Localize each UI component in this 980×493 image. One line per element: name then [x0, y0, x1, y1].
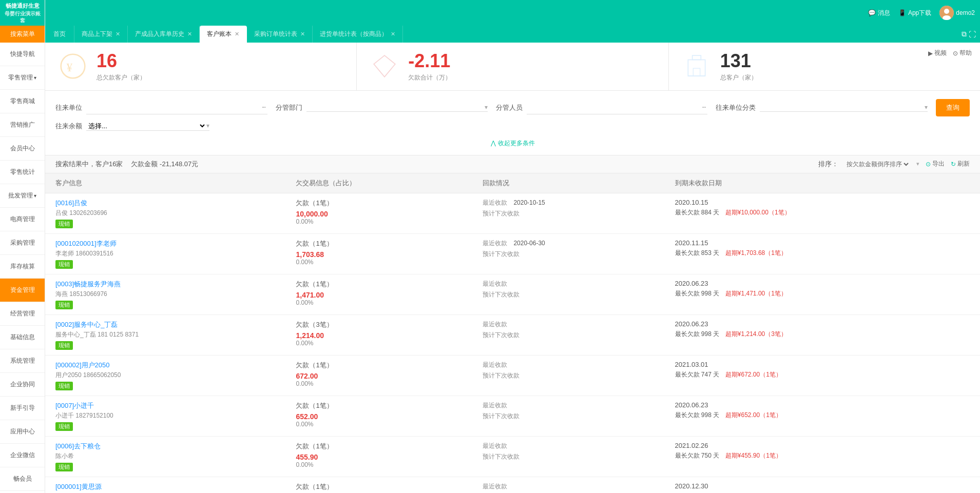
stat-debt-amount-label: 欠款合计（万）: [408, 73, 451, 82]
tab-product-offline[interactable]: 商品上下架 ✕: [74, 26, 128, 43]
overdue-link[interactable]: 超期¥1,214.00（3笔）: [725, 330, 787, 338]
filter-branch-person-dots[interactable]: ···: [702, 103, 705, 112]
sort-select[interactable]: 按欠款金额倒序排序: [844, 160, 910, 168]
sidebar-item-inventory[interactable]: 库存核算: [0, 255, 45, 279]
return-info-cell: 最近收款 预计下次收款: [472, 274, 664, 314]
return-latest-label: 最近收款: [483, 482, 507, 491]
stat-total-customers-info: 131 总客户（家）: [720, 51, 757, 82]
user-menu[interactable]: demo2: [939, 6, 975, 20]
debt-total-text: 欠款金额 -21,148.07元: [131, 160, 198, 169]
app-download-button[interactable]: 📱 App下载: [898, 9, 931, 17]
customer-name-link[interactable]: [0003]畅捷服务尹海燕: [55, 280, 121, 288]
yuan-icon: ¥: [57, 51, 88, 82]
filter-balance: 往来余额 选择... ▾: [55, 122, 209, 131]
debt-info-cell: 欠款（1笔） 10,000.00 0.00%: [285, 193, 472, 233]
tab-stock-statistics[interactable]: 进货单统计表（按商品） ✕: [313, 26, 403, 43]
query-button[interactable]: 查询: [936, 99, 970, 116]
tab-customer-account[interactable]: 客户账本 ✕: [200, 26, 247, 43]
tab-production-history[interactable]: 产成品入库单历史 ✕: [128, 26, 200, 43]
overdue-link[interactable]: 超期¥10,000.00（1笔）: [725, 209, 791, 216]
debt-info-cell: 欠款（1笔） 1,703.68 0.00%: [285, 233, 472, 274]
help-icon: ⊙: [953, 50, 958, 57]
overdue-link[interactable]: 超期¥455.90（1笔）: [725, 452, 782, 459]
due-date: 2020.06.23: [675, 401, 970, 409]
sidebar-item-ecommerce[interactable]: 电商管理: [0, 208, 45, 231]
tab-close-product-offline[interactable]: ✕: [116, 31, 120, 37]
filter-source-unit-dots[interactable]: ···: [261, 103, 265, 112]
tab-close-customer-account[interactable]: ✕: [235, 31, 239, 37]
stat-debt-amount-info: -2.11 欠款合计（万）: [408, 51, 451, 82]
table-body: [0016]吕俊 吕俊 13026203696 现销 欠款（1笔） 10,000…: [45, 193, 980, 493]
sidebar-item-basic-info[interactable]: 基础信息: [0, 326, 45, 349]
message-icon: 💬: [868, 9, 876, 16]
filter-source-unit-type-input[interactable]: [760, 104, 925, 111]
table-row: [0003]畅捷服务尹海燕 海燕 18513066976 现销 欠款（1笔） 1…: [45, 274, 980, 314]
customer-name-link[interactable]: [0006]去下粮仓: [55, 442, 101, 450]
tab-close-production-history[interactable]: ✕: [187, 31, 192, 37]
tab-close-stock-statistics[interactable]: ✕: [391, 31, 395, 37]
customer-name-link[interactable]: [000002]用户2050: [55, 361, 110, 369]
overdue-link[interactable]: 超期¥672.00（1笔）: [725, 371, 782, 378]
search-menu-item[interactable]: 搜索菜单: [0, 26, 45, 43]
sidebar-item-retail-stats[interactable]: 零售统计: [0, 161, 45, 184]
sidebar-item-enterprise-coop[interactable]: 企业协同: [0, 373, 45, 397]
tab-purchase-order[interactable]: 采购订单统计表 ✕: [247, 26, 313, 43]
sidebar-item-purchase-mgmt[interactable]: 采购管理: [0, 231, 45, 255]
customer-name-link[interactable]: [0016]吕俊: [55, 199, 87, 207]
filter-branch-person: 分管人员 ···: [496, 101, 708, 114]
collapse-filter-button[interactable]: ⋀ 收起更多条件: [55, 136, 970, 151]
table-row: [0007]小迸千 小迸千 18279152100 现销 欠款（1笔） 652.…: [45, 396, 980, 436]
sidebar-item-retail-mall[interactable]: 零售商城: [0, 90, 45, 113]
sidebar-item-batch-mgmt[interactable]: 批发管理▾: [0, 184, 45, 208]
customer-name-link[interactable]: [0002]服务中心_丁磊: [55, 321, 118, 328]
sidebar-item-vip[interactable]: 畅会员: [0, 467, 45, 491]
sidebar-item-capital[interactable]: 资金管理: [0, 279, 45, 302]
customer-badge: 现销: [55, 260, 73, 269]
filter-branch-dept-input[interactable]: [306, 104, 485, 111]
table-row: [0002]服务中心_丁磊 服务中心_丁磊 181 0125 8371 现销 欠…: [45, 314, 980, 355]
sidebar-item-new-guide[interactable]: 新手引导: [0, 397, 45, 420]
return-latest-date: 2020-10-15: [513, 199, 545, 206]
due-date: 2020.10.15: [675, 199, 970, 206]
filter-branch-person-input[interactable]: [529, 104, 702, 111]
export-button[interactable]: ⊙ 导出: [926, 160, 945, 168]
sidebar-item-system[interactable]: 系统管理: [0, 349, 45, 373]
sidebar-item-member[interactable]: 会员中心: [0, 137, 45, 161]
stat-debt-customers: ¥ 16 总欠款客户（家）: [45, 43, 357, 90]
overdue-link[interactable]: 超期¥652.00（1笔）: [725, 411, 782, 419]
sidebar-item-quick-nav[interactable]: 快捷导航: [0, 43, 45, 66]
view-video-button[interactable]: ▶ 视频: [928, 49, 947, 57]
customer-badge: 现销: [55, 422, 73, 431]
overdue-link[interactable]: 超期¥1,703.68（1笔）: [725, 249, 787, 257]
refresh-button[interactable]: ↻ 刷新: [951, 160, 970, 168]
sidebar-item-operations[interactable]: 经营管理: [0, 302, 45, 326]
customer-info-cell: [0006]去下粮仓 陈小希 现销: [45, 436, 285, 477]
tab-close-purchase-order[interactable]: ✕: [300, 31, 305, 37]
return-next-label: 预计下次收款: [483, 412, 520, 420]
customer-name-link[interactable]: [0001020001]李老师: [55, 240, 117, 247]
svg-point-1: [944, 9, 949, 14]
customer-badge: 现销: [55, 301, 73, 309]
tab-home[interactable]: 首页: [45, 26, 74, 43]
debt-pct: 0.00%: [296, 421, 462, 428]
sidebar-item-enterprise-wechat[interactable]: 企业微信: [0, 444, 45, 467]
sidebar-item-marketing[interactable]: 营销推广: [0, 113, 45, 137]
return-next-label: 预计下次收款: [483, 331, 520, 339]
filter-balance-select[interactable]: 选择...: [86, 122, 206, 130]
tab-restore-icon[interactable]: ⧉: [962, 30, 967, 38]
customer-name-link[interactable]: [000001]黄思源: [55, 483, 102, 490]
help-button[interactable]: ⊙ 帮助: [953, 49, 972, 57]
filter-source-unit-input[interactable]: [88, 104, 261, 111]
overdue-link[interactable]: 超期¥1,471.00（1笔）: [725, 290, 787, 297]
customer-name-link[interactable]: [0007]小迸千: [55, 402, 94, 409]
sidebar-item-app-center[interactable]: 应用中心: [0, 420, 45, 444]
sidebar-item-retail-mgmt[interactable]: 零售管理▾: [0, 66, 45, 90]
message-button[interactable]: 💬 消息: [868, 9, 890, 17]
filter-source-unit-input-wrapper: ···: [86, 101, 267, 114]
customer-badge: 现销: [55, 463, 73, 471]
filter-branch-dept-label: 分管部门: [276, 103, 302, 112]
debt-amount: 10,000.00: [296, 210, 462, 218]
debt-info-cell: 欠款（3笔） 1,214.00 0.00%: [285, 314, 472, 355]
tab-maximize-icon[interactable]: ⛶: [969, 30, 976, 38]
avatar: [939, 6, 954, 20]
